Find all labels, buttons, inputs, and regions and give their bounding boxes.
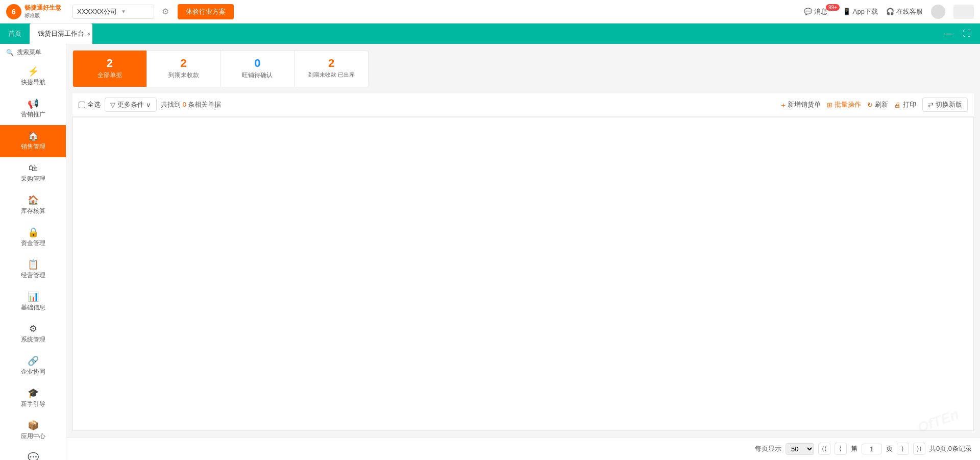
toolbar: 全选 ▽ 更多条件 ∨ 共找到 0 条相关单据 + 新增销货单 ⊞ 批 bbox=[72, 93, 974, 116]
avatar-extra[interactable] bbox=[953, 5, 974, 19]
found-num: 0 bbox=[183, 101, 186, 108]
quick-nav-icon: ⚡ bbox=[28, 67, 39, 76]
stat-label-overdue: 到期未收款 bbox=[157, 71, 210, 80]
per-page-select[interactable]: 50 100 200 bbox=[786, 443, 814, 455]
operation-icon: 📋 bbox=[28, 260, 39, 269]
page-total: 共0页,0条记录 bbox=[929, 444, 972, 453]
plus-icon: + bbox=[781, 101, 786, 109]
prev-page-btn[interactable]: ⟨ bbox=[835, 443, 847, 455]
logo-icon: 6 bbox=[6, 4, 21, 19]
first-page-btn[interactable]: ⟨⟨ bbox=[818, 443, 830, 455]
stat-label-all: 全部单据 bbox=[83, 71, 136, 80]
select-all-label[interactable]: 全选 bbox=[79, 100, 101, 109]
sidebar-item-app-center[interactable]: 📦 应用中心 bbox=[0, 415, 66, 447]
sidebar-item-basic-info[interactable]: 📊 基础信息 bbox=[0, 286, 66, 318]
purchase-icon: 🛍 bbox=[29, 163, 38, 173]
sidebar-item-inventory[interactable]: 🏠 库存核算 bbox=[0, 189, 66, 222]
print-icon: 🖨 bbox=[894, 101, 901, 109]
per-page-label: 每页显示 bbox=[755, 444, 781, 453]
page-input[interactable]: 1 bbox=[862, 444, 882, 454]
switch-version-btn[interactable]: ⇄ 切换新版 bbox=[922, 98, 968, 112]
last-page-btn[interactable]: ⟩⟩ bbox=[913, 443, 925, 455]
sidebar-search[interactable]: 🔍 搜索菜单 bbox=[0, 44, 66, 61]
main-layout: 🔍 搜索菜单 ⚡ 快捷导航 📢 营销推广 🏠 销售管理 🛍 采购管理 🏠 库存核… bbox=[0, 44, 980, 460]
stat-card-out-stock[interactable]: 2 到期未收款 已出库 bbox=[295, 51, 368, 87]
online-service-btn[interactable]: 🎧 在线客服 bbox=[886, 7, 923, 16]
download-icon: 📱 bbox=[843, 8, 851, 15]
app-download-btn[interactable]: 📱 App下载 bbox=[843, 7, 878, 16]
next-page-btn[interactable]: ⟩ bbox=[897, 443, 909, 455]
sidebar-item-sales[interactable]: 🏠 销售管理 bbox=[0, 125, 66, 157]
enterprise-icon: 🔗 bbox=[28, 356, 39, 366]
stat-cards: 2 全部单据 2 到期未收款 0 旺铺待确认 2 到期未收款 已出库 bbox=[72, 50, 369, 87]
window-minimize-btn[interactable]: — bbox=[941, 27, 955, 41]
stat-card-pending[interactable]: 0 旺铺待确认 bbox=[221, 51, 295, 87]
content-area: 2 全部单据 2 到期未收款 0 旺铺待确认 2 到期未收款 已出库 bbox=[66, 44, 980, 460]
finance-icon: 🔒 bbox=[28, 228, 39, 237]
print-btn[interactable]: 🖨 打印 bbox=[894, 100, 916, 109]
stat-num-pending: 0 bbox=[231, 58, 284, 69]
company-selector[interactable]: XXXXXX公司 ▼ bbox=[72, 5, 154, 19]
sidebar-item-system[interactable]: ⚙ 系统管理 bbox=[0, 318, 66, 350]
sidebar-item-purchase[interactable]: 🛍 采购管理 bbox=[0, 157, 66, 189]
window-maximize-btn[interactable]: ⛶ bbox=[960, 27, 974, 41]
toolbar-right: + 新增销货单 ⊞ 批量操作 ↻ 刷新 🖨 打印 ⇄ 切换新版 bbox=[781, 98, 968, 112]
sidebar-item-quick-nav[interactable]: ⚡ 快捷导航 bbox=[0, 61, 66, 93]
filter-btn[interactable]: ▽ 更多条件 ∨ bbox=[105, 98, 157, 112]
tab-workbench[interactable]: 钱货日清工作台 × bbox=[30, 23, 92, 44]
wechat-icon: 💬 bbox=[28, 453, 39, 460]
stat-num-all: 2 bbox=[83, 58, 136, 69]
sidebar-item-marketing[interactable]: 📢 营销推广 bbox=[0, 93, 66, 125]
stat-label-out-stock: 到期未收款 已出库 bbox=[305, 71, 358, 79]
sidebar: 🔍 搜索菜单 ⚡ 快捷导航 📢 营销推广 🏠 销售管理 🛍 采购管理 🏠 库存核… bbox=[0, 44, 66, 460]
service-icon: 🎧 bbox=[886, 8, 894, 15]
logo-area: 6 畅捷通好生意 标准版 bbox=[6, 4, 72, 19]
tab-close-btn[interactable]: × bbox=[87, 31, 90, 37]
stat-num-overdue: 2 bbox=[157, 58, 210, 69]
refresh-btn[interactable]: ↻ 刷新 bbox=[867, 100, 888, 109]
settings-icon[interactable]: ⚙ bbox=[158, 5, 173, 19]
sidebar-item-wechat[interactable]: 💬 企业微信 bbox=[0, 447, 66, 460]
stat-num-out-stock: 2 bbox=[305, 58, 358, 69]
select-all-checkbox[interactable] bbox=[79, 102, 85, 108]
newbie-icon: 🎓 bbox=[28, 389, 39, 398]
content-inner: 2 全部单据 2 到期未收款 0 旺铺待确认 2 到期未收款 已出库 bbox=[66, 44, 980, 437]
header-right: 💬 消息 99+ 📱 App下载 🎧 在线客服 bbox=[804, 5, 974, 19]
table-wrapper bbox=[72, 117, 974, 431]
filter-icon: ▽ bbox=[110, 101, 115, 109]
pagination: 每页显示 50 100 200 ⟨⟨ ⟨ 第 1 页 ⟩ ⟩⟩ 共0页,0条记录 bbox=[66, 437, 980, 460]
logo-text: 畅捷通好生意 标准版 bbox=[24, 4, 61, 19]
nav-right-buttons: — ⛶ bbox=[941, 27, 980, 41]
stat-card-all[interactable]: 2 全部单据 bbox=[73, 51, 147, 87]
sidebar-item-enterprise[interactable]: 🔗 企业协同 bbox=[0, 350, 66, 382]
sidebar-item-finance[interactable]: 🔒 资金管理 bbox=[0, 222, 66, 254]
messages-btn[interactable]: 💬 消息 99+ bbox=[804, 7, 835, 16]
nav-tabs: 首页 钱货日清工作台 × — ⛶ bbox=[0, 23, 980, 44]
refresh-icon: ↻ bbox=[867, 101, 873, 109]
header: 6 畅捷通好生意 标准版 XXXXXX公司 ▼ ⚙ 体验行业方案 💬 消息 99… bbox=[0, 0, 980, 23]
company-dropdown-icon: ▼ bbox=[121, 9, 126, 14]
basic-info-icon: 📊 bbox=[28, 292, 39, 301]
stat-card-overdue[interactable]: 2 到期未收款 bbox=[147, 51, 221, 87]
found-text: 共找到 0 条相关单据 bbox=[161, 100, 221, 109]
industry-btn[interactable]: 体验行业方案 bbox=[178, 4, 234, 19]
sidebar-item-operation[interactable]: 📋 经营管理 bbox=[0, 254, 66, 286]
empty-area bbox=[73, 117, 973, 296]
add-sales-btn[interactable]: + 新增销货单 bbox=[781, 100, 821, 109]
sidebar-item-newbie[interactable]: 🎓 新手引导 bbox=[0, 382, 66, 415]
stat-label-pending: 旺铺待确认 bbox=[231, 71, 284, 80]
message-badge: 99+ bbox=[826, 4, 840, 11]
marketing-icon: 📢 bbox=[28, 99, 39, 108]
inventory-icon: 🏠 bbox=[28, 196, 39, 205]
search-icon: 🔍 bbox=[6, 49, 14, 56]
chevron-down-icon: ∨ bbox=[146, 101, 151, 109]
switch-icon: ⇄ bbox=[928, 101, 934, 109]
toolbar-left: 全选 ▽ 更多条件 ∨ 共找到 0 条相关单据 bbox=[79, 98, 777, 112]
system-icon: ⚙ bbox=[29, 324, 37, 333]
tab-home[interactable]: 首页 bbox=[0, 23, 30, 44]
batch-btn[interactable]: ⊞ 批量操作 bbox=[827, 100, 861, 109]
sales-icon: 🏠 bbox=[28, 131, 39, 140]
avatar[interactable] bbox=[931, 5, 945, 19]
app-center-icon: 📦 bbox=[28, 421, 39, 430]
message-icon: 💬 bbox=[804, 8, 812, 15]
